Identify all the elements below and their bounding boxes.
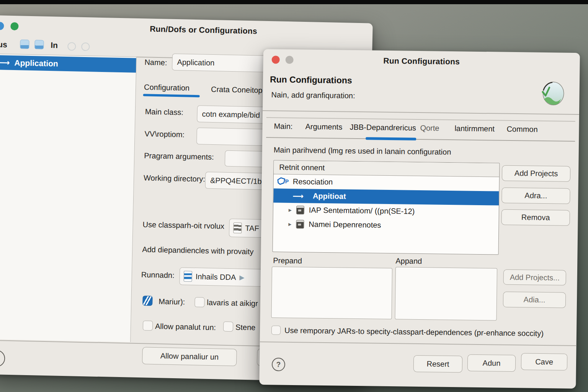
help-button[interactable]: ? (0, 350, 5, 367)
tab-main[interactable]: Main: (274, 122, 292, 131)
duplicate-config-icon[interactable] (34, 40, 44, 49)
classpath-module-label: Use classparh-oit rvolux (142, 220, 224, 230)
working-directory-label: Working directory: (144, 173, 205, 183)
jar-library-icon (296, 220, 304, 229)
dialog-subtitle: Nain, add granfiquration: (271, 90, 355, 100)
toolbar-label-in[interactable]: In (51, 41, 58, 50)
mariur-checkbox-label: Mariur): (158, 297, 185, 306)
dialog-heading: Run Configurations (270, 74, 352, 86)
allow-parallel-checkbox[interactable] (143, 320, 153, 331)
back-titlebar: Run/Dofs or Configurations (0, 15, 373, 44)
screen-top-strip (0, 0, 588, 4)
front-titlebar: Run Configurations (263, 49, 580, 74)
dialog-logo-icon (541, 81, 565, 108)
tab-arguments[interactable]: Arguments (305, 122, 342, 131)
disabled-tool-icon (81, 42, 90, 51)
front-window-run-configurations: Run Configurations Run Configurations Na… (259, 49, 580, 389)
disabled-tool-icon (67, 42, 76, 51)
sidebar-item-label: Application (14, 58, 58, 68)
add-lower-button[interactable]: Adia... (503, 292, 566, 308)
back-window-title: Run/Dofs or Configurations (150, 24, 257, 36)
active-tab-underline (143, 94, 200, 97)
window-control-icon[interactable] (10, 22, 18, 30)
dropdown-caret-icon: ▶ (239, 273, 245, 281)
expand-triangle-icon[interactable]: ▸ (286, 220, 294, 228)
stene-checkbox-label: Stene (235, 323, 256, 332)
remove-button[interactable]: Remova (501, 209, 570, 226)
project-icon: P (277, 176, 289, 186)
front-window-title: Run Configurations (263, 55, 580, 68)
tab-environment[interactable]: lantirmment (454, 124, 495, 133)
run-arrow-icon: ⟶ (0, 58, 10, 67)
window-control-icon[interactable] (0, 22, 4, 30)
temporary-jars-checkbox[interactable] (271, 325, 281, 335)
append-textarea[interactable] (395, 267, 497, 320)
allow-parallel-checkbox-label: Allow panalut run: (155, 322, 216, 332)
lavaris-checkbox-label: lavaris at aikigr (207, 298, 258, 308)
dependencies-note: Add diepandiencles with provaity (142, 245, 254, 256)
config-sidebar: ⟶ Application (0, 54, 137, 342)
active-tab-underline (366, 137, 416, 140)
mariur-checkbox[interactable] (142, 296, 153, 306)
sidebar-item-application[interactable]: ⟶ Application (0, 55, 136, 73)
help-button[interactable]: ? (272, 358, 285, 371)
module-file-icon (233, 222, 242, 233)
run-target-icon (184, 271, 193, 282)
vm-options-label: VV\roptiom: (144, 129, 185, 139)
tab-qorte[interactable]: Qorte (420, 124, 439, 133)
tab-description: Main parihvend (lmg res used in lanain c… (274, 145, 451, 157)
svg-text:P: P (285, 178, 289, 184)
run-arrow-icon: ⟶ (292, 191, 304, 200)
allow-parallel-run-button[interactable]: Allow panaliur un (142, 347, 237, 366)
tab-crata-coneitop[interactable]: Crata Coneitop (211, 85, 263, 95)
expand-triangle-icon[interactable]: ▸ (286, 206, 294, 214)
new-config-icon[interactable] (20, 39, 29, 49)
run-on-label: Runnadn: (141, 270, 175, 280)
revert-button[interactable]: Resert (413, 355, 463, 373)
tab-common[interactable]: Common (506, 125, 537, 134)
toolbar-label-us[interactable]: us (0, 40, 7, 49)
add-projects-lower-button[interactable]: Add Projects... (503, 270, 566, 286)
append-label: Appand (395, 256, 422, 266)
program-arguments-label: Pragram arguments: (144, 151, 214, 162)
add-projects-button[interactable]: Add Projects (502, 165, 570, 182)
list-item-namei-depenrenotes[interactable]: ▸ Namei Depenrenotes (273, 217, 498, 234)
prepend-textarea[interactable] (271, 266, 392, 319)
add-button[interactable]: Adra... (501, 188, 570, 204)
main-class-label: Main class: (145, 107, 183, 117)
stene-checkbox[interactable] (223, 322, 234, 332)
save-button[interactable]: Cave (521, 353, 568, 370)
name-label: Name: (144, 58, 167, 67)
classpath-list: Retnit onnent P Resociation ⟶ Appitioat … (273, 160, 500, 255)
prepend-label: Prepand (273, 256, 302, 265)
tab-jbb-dependencies[interactable]: JBB-Depandrericus (350, 123, 416, 132)
tab-configuration[interactable]: Configuration (144, 83, 189, 92)
jar-library-icon (296, 206, 304, 214)
lavaris-checkbox[interactable] (194, 297, 205, 307)
temporary-jars-checkbox-label: Use remporary JARs-to specity-classpart-… (284, 326, 544, 338)
run-button[interactable]: Adun (467, 354, 516, 372)
